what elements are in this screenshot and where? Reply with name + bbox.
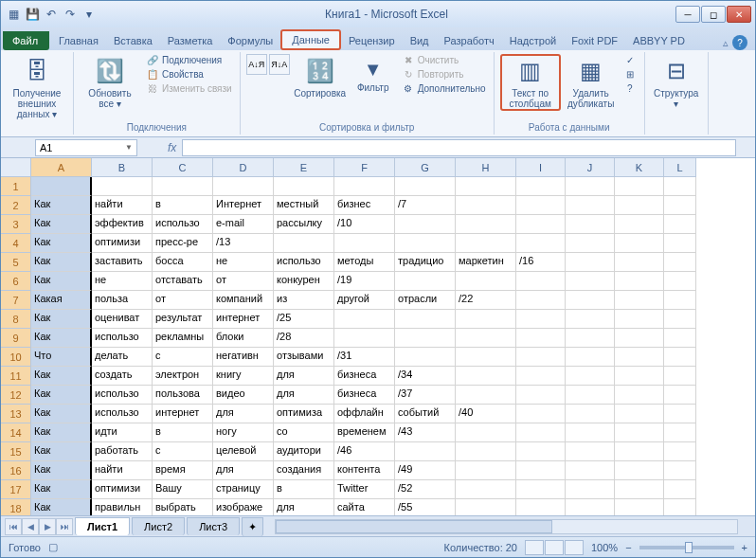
zoom-slider[interactable] — [639, 546, 734, 549]
cell[interactable]: оффлайн — [334, 405, 395, 423]
sheet-tab-1[interactable]: Лист1 — [75, 517, 130, 535]
cell[interactable] — [456, 386, 516, 405]
column-header[interactable]: G — [395, 158, 456, 177]
cell[interactable] — [664, 291, 696, 310]
cell[interactable]: оцениват — [92, 310, 153, 329]
cell[interactable] — [516, 405, 566, 423]
cell[interactable]: Как — [31, 310, 92, 329]
cell[interactable]: для — [213, 405, 274, 423]
row-header[interactable]: 11 — [1, 367, 31, 386]
cell[interactable]: использо — [153, 215, 213, 234]
cell[interactable]: /46 — [334, 442, 395, 461]
cell[interactable]: интернет — [153, 405, 213, 423]
cell[interactable]: временем — [334, 423, 395, 442]
cell[interactable]: аудитори — [274, 442, 334, 461]
row-header[interactable]: 6 — [1, 272, 31, 291]
cell[interactable]: /19 — [334, 272, 395, 291]
column-header[interactable]: L — [664, 158, 696, 177]
column-header[interactable]: C — [153, 158, 213, 177]
column-header[interactable]: J — [566, 158, 615, 177]
cell[interactable]: электрон — [153, 367, 213, 386]
sheet-nav-last[interactable]: ⏭ — [56, 518, 73, 535]
sheet-nav-prev[interactable]: ◀ — [22, 518, 39, 535]
sheet-nav-next[interactable]: ▶ — [39, 518, 56, 535]
cell[interactable]: Как — [31, 196, 92, 215]
cell[interactable] — [566, 329, 615, 348]
cell[interactable] — [566, 196, 615, 215]
cell[interactable]: отставать — [153, 272, 213, 291]
maximize-button[interactable]: ◻ — [701, 6, 726, 23]
cell[interactable]: другой — [334, 291, 395, 310]
cell[interactable] — [566, 291, 615, 310]
cell[interactable] — [566, 405, 615, 423]
cell[interactable]: книгу — [213, 367, 274, 386]
cell[interactable] — [395, 329, 456, 348]
cell[interactable] — [516, 386, 566, 405]
cell[interactable]: Как — [31, 234, 92, 253]
reapply-button[interactable]: ↻Повторить — [400, 68, 488, 81]
cell[interactable] — [664, 272, 696, 291]
cell[interactable] — [456, 310, 516, 329]
save-icon[interactable]: 💾 — [24, 6, 41, 23]
row-header[interactable]: 3 — [1, 215, 31, 234]
sheet-tab-2[interactable]: Лист2 — [132, 517, 185, 535]
cell[interactable] — [664, 196, 696, 215]
qat-more-icon[interactable]: ▾ — [81, 6, 98, 23]
cell[interactable]: идти — [92, 423, 153, 442]
cell[interactable]: в — [153, 423, 213, 442]
cell[interactable]: маркетин — [456, 253, 516, 272]
cell[interactable] — [664, 423, 696, 442]
cell[interactable] — [213, 177, 274, 196]
row-header[interactable]: 1 — [1, 177, 31, 196]
cell[interactable]: Как — [31, 367, 92, 386]
cell[interactable]: для — [274, 386, 334, 405]
excel-icon[interactable]: ▦ — [5, 6, 22, 23]
column-header[interactable]: E — [274, 158, 334, 177]
cell[interactable] — [516, 442, 566, 461]
chevron-down-icon[interactable]: ▼ — [125, 143, 133, 152]
view-pagebreak-button[interactable] — [565, 540, 584, 555]
cell[interactable] — [664, 310, 696, 329]
cell[interactable]: целевой — [213, 442, 274, 461]
text-to-columns-button[interactable]: ▥Текст по столбцам — [500, 54, 561, 111]
cell[interactable] — [664, 461, 696, 480]
sheet-nav-first[interactable]: ⏮ — [5, 518, 22, 535]
cell[interactable] — [456, 461, 516, 480]
cell[interactable]: бизнеса — [334, 386, 395, 405]
cell[interactable]: /40 — [456, 405, 516, 423]
cell[interactable]: Как — [31, 405, 92, 423]
cell[interactable] — [615, 310, 664, 329]
cell[interactable]: не — [213, 253, 274, 272]
refresh-all-button[interactable]: 🔃Обновить все ▾ — [80, 54, 140, 111]
cell[interactable] — [615, 423, 664, 442]
cell[interactable]: конкурен — [274, 272, 334, 291]
sort-button[interactable]: 🔢Сортировка — [294, 54, 347, 100]
cell[interactable] — [615, 348, 664, 367]
cell[interactable] — [615, 177, 664, 196]
grid[interactable]: 12КакнайтивИнтернетместныйбизнес/73Какэф… — [1, 177, 755, 515]
cell[interactable] — [615, 461, 664, 480]
cell[interactable]: не — [92, 272, 153, 291]
cell[interactable]: страницу — [213, 480, 274, 499]
cell[interactable] — [274, 177, 334, 196]
cell[interactable] — [566, 480, 615, 499]
cell[interactable] — [615, 291, 664, 310]
cell[interactable] — [516, 367, 566, 386]
formula-input[interactable] — [182, 139, 736, 156]
cell[interactable]: для — [274, 499, 334, 515]
cell[interactable] — [395, 177, 456, 196]
cell[interactable] — [334, 177, 395, 196]
cell[interactable] — [566, 461, 615, 480]
cell[interactable]: со — [274, 423, 334, 442]
tab-data[interactable]: Данные — [280, 29, 341, 50]
cell[interactable]: польза — [92, 291, 153, 310]
cell[interactable]: оптимизи — [92, 234, 153, 253]
cell[interactable]: /28 — [274, 329, 334, 348]
cell[interactable]: Как — [31, 480, 92, 499]
cell[interactable]: /7 — [395, 196, 456, 215]
cell[interactable]: заставить — [92, 253, 153, 272]
cell[interactable]: работать — [92, 442, 153, 461]
cell[interactable]: Как — [31, 215, 92, 234]
cell[interactable] — [664, 234, 696, 253]
outline-button[interactable]: ⊟Структура ▾ — [651, 54, 702, 111]
